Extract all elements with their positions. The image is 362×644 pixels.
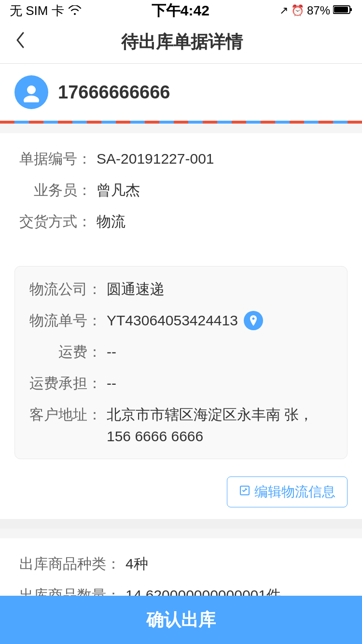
freight-value: -- bbox=[102, 341, 333, 363]
doc-no-label: 单据编号： bbox=[19, 148, 92, 169]
freight-label: 运费： bbox=[29, 341, 102, 363]
battery-icon bbox=[333, 4, 352, 17]
edit-logistics-label: 编辑物流信息 bbox=[254, 483, 335, 501]
alarm-icon: ⏰ bbox=[291, 4, 304, 17]
tracking-no-row: 物流单号： YT43064053424413 bbox=[29, 309, 333, 331]
doc-no-row: 单据编号： SA-20191227-001 bbox=[19, 148, 343, 169]
wifi-icon bbox=[68, 3, 82, 18]
sales-person-row: 业务员： 曾凡杰 bbox=[19, 179, 343, 201]
logistics-section: 物流公司： 圆通速递 物流单号： YT43064053424413 运费： --… bbox=[0, 247, 362, 519]
map-pin-icon[interactable] bbox=[244, 311, 263, 330]
confirm-outbound-label: 确认出库 bbox=[146, 608, 216, 632]
company-label: 物流公司： bbox=[29, 278, 102, 300]
basic-info-section: 单据编号： SA-20191227-001 业务员： 曾凡杰 交货方式： 物流 bbox=[0, 133, 362, 247]
delivery-method-row: 交货方式： 物流 bbox=[19, 210, 343, 232]
tracking-no-value: YT43064053424413 bbox=[102, 309, 333, 331]
sales-person-label: 业务员： bbox=[19, 179, 92, 201]
status-right: ↗ ⏰ 87% bbox=[279, 4, 352, 17]
doc-no-value: SA-20191227-001 bbox=[92, 148, 343, 169]
product-types-value: 4种 bbox=[121, 553, 343, 574]
svg-rect-1 bbox=[350, 8, 352, 11]
tracking-no-label: 物流单号： bbox=[29, 309, 102, 331]
carrier-label: 无 SIM 卡 bbox=[10, 2, 64, 19]
edit-btn-row: 编辑物流信息 bbox=[14, 459, 348, 519]
battery-percent: 87% bbox=[307, 4, 330, 17]
customer-header: 17666666666 bbox=[0, 64, 362, 121]
freight-bearer-row: 运费承担： -- bbox=[29, 372, 333, 394]
product-types-label: 出库商品种类： bbox=[19, 553, 121, 574]
status-left: 无 SIM 卡 bbox=[10, 2, 82, 19]
back-button[interactable] bbox=[14, 30, 26, 54]
address-value: 北京市市辖区海淀区永丰南 张，156 6666 6666 bbox=[102, 404, 333, 447]
location-icon: ↗ bbox=[279, 4, 288, 17]
svg-rect-2 bbox=[334, 7, 348, 13]
avatar bbox=[14, 75, 48, 109]
freight-bearer-value: -- bbox=[102, 372, 333, 394]
nav-bar: 待出库单据详情 bbox=[0, 21, 362, 64]
section-separator bbox=[0, 519, 362, 529]
status-bar: 无 SIM 卡 下午4:42 ↗ ⏰ 87% bbox=[0, 0, 362, 21]
address-label: 客户地址： bbox=[29, 404, 102, 425]
svg-point-3 bbox=[27, 85, 36, 94]
address-row: 客户地址： 北京市市辖区海淀区永丰南 张，156 6666 6666 bbox=[29, 404, 333, 447]
delivery-method-label: 交货方式： bbox=[19, 210, 92, 232]
customer-phone: 17666666666 bbox=[58, 82, 170, 103]
edit-logistics-button[interactable]: 编辑物流信息 bbox=[227, 476, 348, 507]
product-types-row: 出库商品种类： 4种 bbox=[19, 553, 343, 574]
page-title: 待出库单据详情 bbox=[36, 30, 328, 54]
freight-row: 运费： -- bbox=[29, 341, 333, 363]
sales-person-value: 曾凡杰 bbox=[92, 179, 343, 201]
delivery-method-value: 物流 bbox=[92, 210, 343, 232]
company-row: 物流公司： 圆通速递 bbox=[29, 278, 333, 300]
freight-bearer-label: 运费承担： bbox=[29, 372, 102, 394]
logistics-box: 物流公司： 圆通速递 物流单号： YT43064053424413 运费： --… bbox=[14, 266, 348, 459]
company-value: 圆通速递 bbox=[102, 278, 333, 300]
svg-point-4 bbox=[24, 96, 39, 102]
status-time: 下午4:42 bbox=[152, 1, 209, 21]
edit-icon bbox=[239, 484, 251, 500]
confirm-outbound-button[interactable]: 确认出库 bbox=[0, 596, 362, 644]
dashed-divider bbox=[0, 121, 362, 124]
